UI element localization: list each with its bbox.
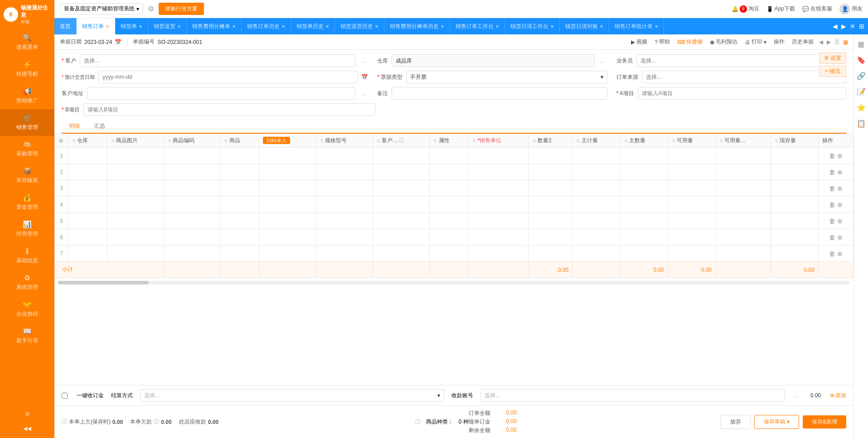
address-input[interactable] [87, 87, 355, 100]
copy-row-btn[interactable]: ⊕ [837, 152, 843, 159]
tab-prev-btn[interactable]: ◀ [831, 23, 839, 30]
sidebar-collapse-btn[interactable]: ◀◀ [0, 423, 54, 434]
tab-home[interactable]: 首页 [54, 18, 77, 34]
delete-row-btn[interactable]: 🗑 [829, 185, 835, 192]
rs-active-icon[interactable]: 📋 [855, 117, 868, 130]
invoice-select[interactable]: 不开票 ▾ [406, 71, 607, 83]
copy-row-btn[interactable]: ⊕ [837, 217, 843, 225]
sidebar-item-finance[interactable]: 💰 资金管理 [0, 189, 54, 216]
tab-close-all-btn[interactable]: ✕ [848, 23, 857, 30]
payment-method-select[interactable]: 选择... ▾ [140, 389, 444, 402]
account-select[interactable]: 选择... [480, 389, 785, 402]
tab-close-icon[interactable]: ✕ [600, 24, 603, 29]
notification-item[interactable]: 🔔 9 淘豆 [732, 5, 759, 13]
rs-bookmark-icon[interactable]: 🔖 [855, 54, 868, 66]
sidebar-item-marketing[interactable]: 📢 营销推广 [0, 82, 54, 109]
tab-close-icon[interactable]: ✕ [281, 24, 285, 29]
copy-row-btn[interactable]: ⊕ [837, 185, 843, 192]
copy-row-btn[interactable]: ⊕ [837, 234, 843, 241]
tab-close-icon[interactable]: ✕ [232, 24, 236, 29]
tab-return-history[interactable]: 销货退货历史 ✕ [335, 18, 384, 34]
tab-order-workbench[interactable]: 销售订单工作台 ✕ [450, 18, 505, 34]
sidebar-item-basic-info[interactable]: ℹ 基础信息 [0, 242, 54, 269]
detail-tab-items[interactable]: 明细 [62, 120, 87, 134]
tab-close-icon[interactable]: ✕ [375, 24, 378, 29]
account-ellipsis[interactable]: … [792, 392, 801, 399]
settings-gear-icon[interactable]: ⚙ [148, 5, 154, 13]
online-service-item[interactable]: 💬 在线客服 [802, 5, 832, 13]
shortcut-btn[interactable]: ⌨ 快捷键 [675, 37, 704, 47]
col-settings[interactable]: ⚙ [55, 134, 68, 148]
toolbar-next-record-btn[interactable]: ▶ [827, 39, 831, 45]
tab-daily-clear[interactable]: 钱货日清工作台 ✕ [505, 18, 560, 34]
toolbar-list-view-btn[interactable]: ☰ [834, 39, 839, 45]
sidebar-item-quicknav[interactable]: ⚡ 快捷导航 [0, 56, 54, 82]
rs-note-icon[interactable]: 📝 [855, 86, 868, 98]
sidebar-item-operations[interactable]: 📊 经营管理 [0, 216, 54, 242]
warehouse-ellipsis[interactable]: … [598, 58, 607, 64]
save-new-btn[interactable]: 保存&新增 [803, 415, 846, 428]
discard-btn[interactable]: 放弃 [721, 415, 751, 429]
sidebar-item-enterprise[interactable]: 🤝 企业协同 [0, 296, 54, 322]
tab-sales-order[interactable]: 销售订单 ✕ [77, 18, 115, 34]
tab-close-icon[interactable]: ✕ [495, 24, 499, 29]
delivery-input[interactable] [98, 71, 358, 83]
tab-next-btn[interactable]: ▶ [839, 23, 848, 30]
operation-btn[interactable]: 操作 [772, 37, 786, 47]
salesperson-input[interactable] [636, 54, 834, 67]
add-logistics-btn[interactable]: + 物流 [819, 66, 846, 77]
app-selector[interactable]: 装备及固定资产辅助管理系统 ▾ [60, 3, 143, 14]
b-project-input[interactable] [83, 103, 375, 116]
tab-close-icon[interactable]: ✕ [655, 24, 658, 29]
tab-fee-history[interactable]: 销售费用分摊单历史 ✕ [384, 18, 450, 34]
tab-sales-return[interactable]: 销货退货 ✕ [148, 18, 187, 34]
customer-ellipsis[interactable]: … [359, 58, 368, 64]
tab-close-icon[interactable]: ✕ [550, 24, 554, 29]
column-settings-icon[interactable]: ⚙ [58, 138, 63, 144]
copy-row-btn[interactable]: ⊕ [837, 250, 843, 257]
customer-input[interactable] [80, 54, 355, 67]
toolbar-prev-record-btn[interactable]: ◀ [819, 39, 823, 45]
address-ellipsis[interactable]: … [359, 90, 368, 96]
sidebar-settings-btn[interactable]: ⚙ [0, 408, 54, 420]
sidebar-item-sales[interactable]: 🛒 销售管理 [0, 109, 54, 136]
sidebar-item-search[interactable]: 🔍 搜索菜单 [0, 29, 54, 56]
delete-row-btn[interactable]: 🗑 [829, 152, 835, 159]
tab-order-history[interactable]: 销售订单历史 ✕ [242, 18, 291, 34]
delete-row-btn[interactable]: 🗑 [829, 250, 835, 257]
solution-btn[interactable]: 体验行业方案 [159, 3, 204, 15]
tab-sales-fee[interactable]: 销售费用分摊单 ✕ [187, 18, 242, 34]
tab-more-btn[interactable]: ⊞ [857, 23, 866, 30]
horizontal-scrollbar[interactable] [54, 278, 853, 287]
calendar-delivery-icon[interactable]: 📅 [361, 74, 368, 80]
save-draft-btn[interactable]: 保存草稿 ▾ [754, 415, 799, 429]
sidebar-item-system[interactable]: ⚙ 系统管理 [0, 269, 54, 296]
rs-layout-icon[interactable]: ▦ [856, 38, 866, 50]
tab-close-icon[interactable]: ✕ [106, 24, 109, 29]
a-project-input[interactable] [638, 87, 846, 100]
detail-tab-summary[interactable]: 汇总 [87, 120, 112, 133]
delete-row-btn[interactable]: 🗑 [829, 234, 835, 241]
delete-row-btn[interactable]: 🗑 [829, 201, 835, 208]
calendar-icon[interactable]: 📅 [115, 39, 121, 45]
delete-row-btn[interactable]: 🗑 [829, 217, 835, 225]
one-click-deposit-checkbox[interactable] [62, 393, 68, 399]
add-payment-btn[interactable]: ⊕ 添加 [830, 392, 846, 399]
tab-close-icon[interactable]: ✕ [441, 24, 444, 29]
settings-setup-btn[interactable]: ⚙ 设置 [819, 53, 846, 64]
view-btn[interactable]: ▶ 视频 [629, 37, 649, 47]
tab-order-stats[interactable]: 销售订单统计表 ✕ [609, 18, 664, 34]
sidebar-item-purchase[interactable]: 🛍 采购管理 [0, 136, 54, 162]
order-source-input[interactable] [642, 71, 846, 83]
tab-close-icon[interactable]: ✕ [177, 24, 181, 29]
user-item[interactable]: 👤 用友 [839, 4, 863, 14]
rs-star-icon[interactable]: ⭐ [855, 101, 868, 114]
delete-row-btn[interactable]: 🗑 [829, 168, 835, 176]
tab-close-icon[interactable]: ✕ [139, 24, 142, 29]
copy-row-btn[interactable]: ⊕ [837, 201, 843, 208]
tab-close-icon[interactable]: ✕ [325, 24, 329, 29]
tab-shipment-history[interactable]: 销货单历史 ✕ [291, 18, 335, 34]
sidebar-item-inventory[interactable]: 📦 库存核算 [0, 162, 54, 189]
tab-sales-shipment[interactable]: 销货单 ✕ [115, 18, 148, 34]
history-btn[interactable]: 历史单据 [790, 37, 815, 47]
